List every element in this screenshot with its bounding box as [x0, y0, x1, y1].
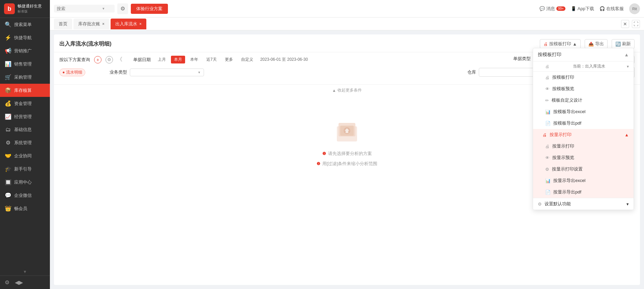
trending-icon: 📈	[5, 113, 11, 120]
crown-icon: 👑	[5, 205, 11, 212]
template-custom-menu-item[interactable]: ✏ 模板自定义设计	[533, 95, 634, 106]
chevron-up-icon: ▲	[573, 42, 577, 47]
export-button[interactable]: 📤 导出	[585, 39, 608, 49]
date-btn-last-month[interactable]: 上月	[155, 56, 169, 63]
template-preview-menu-item[interactable]: 👁 按模板预览	[533, 83, 634, 95]
header-gear-button[interactable]: ⚙	[117, 3, 128, 14]
sidebar-item-sales[interactable]: 📊 销售管理	[0, 57, 50, 71]
filter-setting-button[interactable]: ⚙	[106, 56, 113, 63]
app-edition: 标准版	[18, 9, 42, 14]
refresh-button[interactable]: 🔄 刷新	[612, 39, 635, 49]
sidebar-item-label: 应用中心	[14, 179, 32, 185]
template-export-excel-menu-item[interactable]: 📊 按模板导出excel	[533, 106, 634, 117]
date-range-display: 2023-06-01 至 2023-06-30	[260, 57, 308, 62]
headset-icon: 🎧	[599, 6, 605, 11]
date-label: 单据日期	[133, 57, 151, 63]
excel-icon: 📊	[545, 109, 551, 114]
display-print-section-header[interactable]: 🖨 按显示打印 ▲	[533, 129, 634, 140]
template-print-label: 按模板打印	[549, 41, 571, 47]
online-service-button[interactable]: 🎧 在线客服	[599, 6, 624, 12]
sidebar-item-purchase[interactable]: 🛒 采购管理	[0, 71, 50, 84]
app-download-label: App下载	[578, 6, 594, 12]
display-print-settings-label: 按显示打印设置	[552, 166, 583, 172]
sidebar-scroll-indicator: ▼	[0, 268, 50, 275]
display-print-settings-menu-item[interactable]: ⚙ 按显示打印设置	[533, 163, 634, 175]
handshake-icon: 🤝	[5, 153, 11, 159]
sidebar-item-operations[interactable]: 📈 经营管理	[0, 110, 50, 123]
print-panel-title: 按模板打印	[538, 52, 561, 58]
app-logo: b 畅捷通好生意 标准版	[0, 0, 50, 18]
date-btn-this-year[interactable]: 本年	[187, 56, 201, 63]
set-default-menu-item[interactable]: ⚙ 设置默认功能 ▾	[533, 198, 634, 210]
user-avatar[interactable]: Rit	[629, 3, 640, 14]
display-pdf-icon: 📄	[545, 190, 551, 195]
tab-batch[interactable]: 库存批次账 ×	[74, 19, 109, 29]
app-download-button[interactable]: 📱 App下载	[571, 6, 594, 12]
template-export-pdf-menu-item[interactable]: 📄 按模板导出pdf	[533, 117, 634, 129]
tag-icon: ●	[62, 70, 65, 75]
chevron-up-display-icon: ▲	[624, 132, 629, 137]
empty-tip-1: ❶ 请先选择要分析的方案	[322, 151, 372, 157]
collapse-label: 收起更多条件	[338, 87, 362, 93]
tab-close-window-button[interactable]: ✕	[621, 20, 629, 28]
sidebar-item-label: 基础信息	[14, 127, 32, 133]
empty-tip-2-text: 用[过滤]条件来缩小分析范围	[322, 161, 377, 167]
sidebar-item-label: 营销推广	[14, 48, 32, 54]
template-export-pdf-label: 按模板导出pdf	[553, 120, 581, 126]
sidebar-item-appcenter[interactable]: 🔲 应用中心	[0, 176, 50, 189]
sidebar-item-shortcut[interactable]: ⚡ 快捷导航	[0, 31, 50, 44]
sidebar-item-label: 库存核算	[14, 87, 32, 94]
tab-flow[interactable]: 出入库流水 ×	[111, 19, 146, 29]
printer-small-icon: 🖨	[545, 75, 550, 80]
sidebar-collapse-icon[interactable]: ◀▶	[15, 279, 23, 286]
sidebar-item-finance[interactable]: 💰 资金管理	[0, 97, 50, 110]
tab-close-icon[interactable]: ×	[139, 22, 142, 26]
sidebar-item-vip[interactable]: 👑 畅会员	[0, 202, 50, 215]
display-excel-icon: 📊	[545, 178, 551, 183]
date-btn-custom[interactable]: 自定义	[238, 56, 256, 63]
default-func-icon: ⚙	[538, 202, 542, 207]
page-title: 出入库流水(流水明细)	[59, 41, 112, 48]
design-icon: ✏	[545, 98, 549, 103]
filter-collapse-button[interactable]: 《	[117, 56, 122, 63]
tabs-right-actions: ✕ ⛶	[621, 20, 640, 28]
business-type-select[interactable]: ▾	[130, 69, 204, 76]
empty-tip-1-text: 请先选择要分析的方案	[328, 151, 372, 157]
template-print-menu-item[interactable]: 🖨 按模板打印	[533, 72, 634, 83]
sidebar-item-search[interactable]: 🔍 搜索菜单	[0, 18, 50, 31]
chevron-down-current-icon: ▾	[627, 64, 629, 69]
tab-home[interactable]: 首页	[54, 19, 72, 29]
chevron-up-panel-icon[interactable]: ▲	[624, 52, 629, 57]
default-func-label: 设置默认功能	[545, 201, 571, 207]
sidebar-item-label: 畅会员	[14, 206, 27, 212]
sidebar-settings-icon[interactable]: ⚙	[5, 279, 9, 286]
display-export-excel-menu-item[interactable]: 📊 按显示导出excel	[533, 175, 634, 186]
display-preview-menu-item[interactable]: 👁 按显示预览	[533, 152, 634, 163]
date-btn-this-month[interactable]: 本月	[171, 56, 185, 63]
sidebar-item-system[interactable]: ⚙ 系统管理	[0, 136, 50, 149]
folder-icon: 🗂	[5, 127, 11, 133]
sidebar-bottom: ⚙ ◀▶	[0, 275, 50, 289]
sidebar-item-coop[interactable]: 🤝 企业协同	[0, 149, 50, 162]
sidebar-item-guide[interactable]: 🎓 新手引导	[0, 162, 50, 176]
date-btn-7days[interactable]: 近7天	[203, 56, 220, 63]
tab-maximize-button[interactable]: ⛶	[632, 20, 640, 28]
date-btn-more[interactable]: 更多	[222, 56, 236, 63]
header-search-input[interactable]	[57, 6, 100, 11]
template-custom-menu-label: 模板自定义设计	[552, 97, 582, 103]
display-export-excel-label: 按显示导出excel	[553, 178, 585, 184]
display-export-pdf-menu-item[interactable]: 📄 按显示导出pdf	[533, 186, 634, 198]
tab-close-icon[interactable]: ×	[102, 22, 105, 26]
filter-tag-detail[interactable]: ● 流水明细	[59, 69, 85, 76]
header-chevron-down-icon[interactable]: ▾	[103, 6, 105, 11]
trial-button[interactable]: 体验行业方案	[131, 4, 168, 14]
message-button[interactable]: 💬 消息 99+	[539, 6, 565, 12]
sidebar-item-marketing[interactable]: 📢 营销推广	[0, 44, 50, 57]
grid-icon: 🔲	[5, 179, 11, 185]
filter-add-button[interactable]: +	[94, 56, 101, 63]
sidebar-item-basic[interactable]: 🗂 基础信息	[0, 123, 50, 136]
sidebar-item-wechat[interactable]: 💬 企业微信	[0, 189, 50, 202]
sidebar-item-inventory[interactable]: 📦 库存核算	[0, 84, 50, 97]
template-print-button[interactable]: 🖨 按模板打印 ▲	[540, 39, 581, 49]
display-print-menu-item[interactable]: 🖨 按显示打印	[533, 140, 634, 152]
